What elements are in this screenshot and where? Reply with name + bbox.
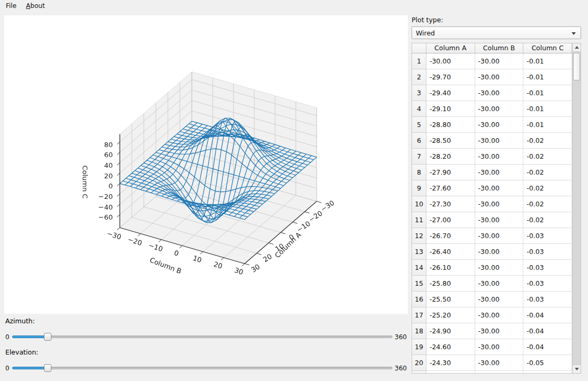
table-cell[interactable]: -0.02 <box>523 165 572 180</box>
table-vertical-scrollbar[interactable] <box>572 43 581 373</box>
surface-plot-canvas[interactable] <box>4 15 408 314</box>
table-cell[interactable]: -0.01 <box>523 53 572 69</box>
table-row[interactable]: 8-27.90-30.00-0.02 <box>412 165 572 180</box>
table-cell[interactable]: -26.40 <box>426 244 475 260</box>
table-cell[interactable]: -0.04 <box>523 323 572 339</box>
scrollbar-up-button[interactable] <box>573 43 581 52</box>
table-cell[interactable]: -28.50 <box>426 133 475 149</box>
row-header[interactable]: 5 <box>412 117 426 133</box>
table-cell[interactable]: -0.04 <box>523 339 572 355</box>
table-cell[interactable]: -29.40 <box>426 85 475 101</box>
table-cell[interactable]: -0.02 <box>523 149 572 165</box>
table-cell[interactable]: -0.02 <box>523 133 572 149</box>
scrollbar-down-button[interactable] <box>573 365 581 373</box>
table-cell[interactable]: -30.00 <box>475 244 524 260</box>
table-cell[interactable]: -27.60 <box>426 180 475 196</box>
table-row[interactable]: 5-28.80-30.00-0.01 <box>412 117 572 133</box>
table-cell[interactable]: -26.10 <box>426 260 475 276</box>
table-cell[interactable]: -30.00 <box>475 69 524 85</box>
scrollbar-thumb[interactable] <box>573 53 580 80</box>
table-cell[interactable]: -30.00 <box>475 180 524 196</box>
row-header[interactable]: 8 <box>412 165 426 180</box>
elevation-slider-handle[interactable] <box>44 364 51 372</box>
table-cell[interactable]: -28.80 <box>426 117 475 133</box>
table-cell[interactable]: -30.00 <box>475 212 524 228</box>
table-cell[interactable]: -0.02 <box>523 212 572 228</box>
table-row[interactable]: 2-29.70-30.00-0.01 <box>412 69 572 85</box>
table-cell[interactable]: -0.04 <box>523 307 572 323</box>
table-cell[interactable]: -0.01 <box>523 69 572 85</box>
table-row[interactable]: 10-27.30-30.00-0.02 <box>412 196 572 212</box>
table-cell[interactable]: -27.00 <box>426 212 475 228</box>
table-row-partial[interactable] <box>412 371 572 373</box>
table-cell[interactable]: -27.30 <box>426 196 475 212</box>
table-cell[interactable]: -24.30 <box>426 355 475 371</box>
table-cell[interactable]: -24.90 <box>426 323 475 339</box>
table-cell[interactable]: -0.05 <box>523 355 572 371</box>
table-row[interactable]: 13-26.40-30.00-0.03 <box>412 244 572 260</box>
elevation-slider-track[interactable] <box>12 367 393 369</box>
azimuth-slider-handle[interactable] <box>44 333 51 341</box>
table-cell[interactable]: -29.10 <box>426 101 475 117</box>
table-row[interactable]: 18-24.90-30.00-0.04 <box>412 323 572 339</box>
table-row[interactable]: 15-25.80-30.00-0.03 <box>412 276 572 292</box>
table-cell[interactable]: -0.01 <box>523 101 572 117</box>
table-row[interactable]: 9-27.60-30.00-0.02 <box>412 180 572 196</box>
table-row[interactable]: 12-26.70-30.00-0.03 <box>412 228 572 244</box>
table-cell[interactable]: -30.00 <box>475 339 524 355</box>
table-cell[interactable]: -30.00 <box>475 323 524 339</box>
table-cell[interactable]: -0.03 <box>523 292 572 307</box>
row-header[interactable]: 14 <box>412 260 426 276</box>
table-cell[interactable]: -30.00 <box>475 260 524 276</box>
table-cell[interactable]: -30.00 <box>475 228 524 244</box>
column-header[interactable]: Column C <box>523 43 572 53</box>
table-cell[interactable]: -25.80 <box>426 276 475 292</box>
row-header[interactable]: 17 <box>412 307 426 323</box>
table-row[interactable]: 3-29.40-30.00-0.01 <box>412 85 572 101</box>
menu-about[interactable]: About <box>21 1 50 11</box>
table-cell[interactable]: -0.03 <box>523 244 572 260</box>
table-row[interactable]: 6-28.50-30.00-0.02 <box>412 133 572 149</box>
table-cell[interactable]: -28.20 <box>426 149 475 165</box>
table-row[interactable]: 1-30.00-30.00-0.01 <box>412 53 572 69</box>
row-header[interactable]: 12 <box>412 228 426 244</box>
row-header[interactable]: 4 <box>412 101 426 117</box>
table-cell[interactable]: -26.70 <box>426 228 475 244</box>
row-header[interactable]: 15 <box>412 276 426 292</box>
table-cell[interactable]: -25.20 <box>426 307 475 323</box>
row-header[interactable]: 19 <box>412 339 426 355</box>
table-cell[interactable] <box>475 371 524 373</box>
table-row[interactable]: 11-27.00-30.00-0.02 <box>412 212 572 228</box>
table-row[interactable]: 16-25.50-30.00-0.03 <box>412 292 572 307</box>
table-cell[interactable]: -29.70 <box>426 69 475 85</box>
table-row[interactable]: 7-28.20-30.00-0.02 <box>412 149 572 165</box>
table-cell[interactable] <box>523 371 572 373</box>
table-cell[interactable]: -24.60 <box>426 339 475 355</box>
table-row[interactable]: 14-26.10-30.00-0.03 <box>412 260 572 276</box>
row-header[interactable]: 9 <box>412 180 426 196</box>
table-cell[interactable]: -30.00 <box>475 53 524 69</box>
table-cell[interactable]: -30.00 <box>475 101 524 117</box>
table-cell[interactable] <box>426 371 475 373</box>
table-cell[interactable]: -30.00 <box>475 307 524 323</box>
table-cell[interactable]: -25.50 <box>426 292 475 307</box>
row-header[interactable]: 3 <box>412 85 426 101</box>
table-cell[interactable]: -0.03 <box>523 228 572 244</box>
elevation-slider[interactable] <box>12 364 393 372</box>
plot-type-select[interactable]: Wired <box>412 26 581 39</box>
table-cell[interactable]: -27.90 <box>426 165 475 180</box>
table-cell[interactable]: -30.00 <box>475 149 524 165</box>
column-header[interactable]: Column B <box>475 43 524 53</box>
azimuth-slider-track[interactable] <box>12 335 393 338</box>
table-row[interactable]: 19-24.60-30.00-0.04 <box>412 339 572 355</box>
column-header[interactable]: Column A <box>426 43 475 53</box>
azimuth-slider[interactable] <box>12 333 393 341</box>
table-row[interactable]: 4-29.10-30.00-0.01 <box>412 101 572 117</box>
table-cell[interactable]: -30.00 <box>475 355 524 371</box>
row-header[interactable]: 18 <box>412 323 426 339</box>
table-cell[interactable]: -30.00 <box>475 196 524 212</box>
table-cell[interactable]: -30.00 <box>475 85 524 101</box>
table-cell[interactable]: -0.01 <box>523 85 572 101</box>
table-cell[interactable]: -30.00 <box>426 53 475 69</box>
row-header[interactable]: 10 <box>412 196 426 212</box>
